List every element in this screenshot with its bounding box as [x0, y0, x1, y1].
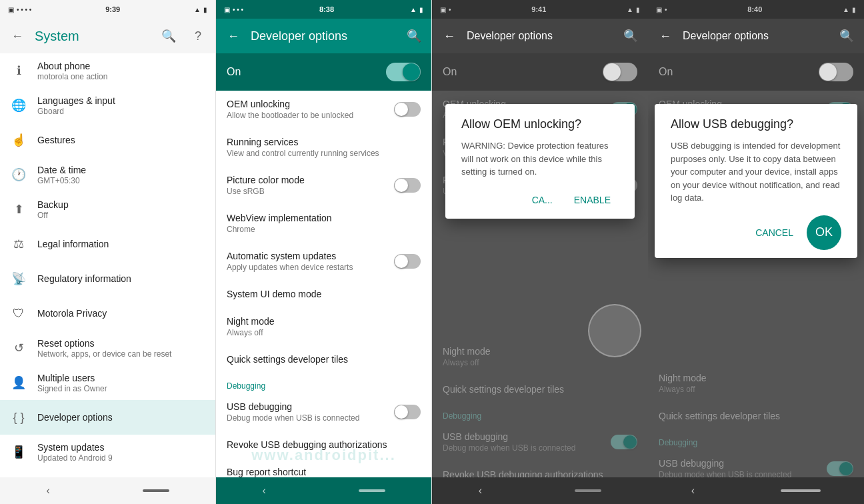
sidebar-item-users[interactable]: 👤 Multiple users Signed in as Owner — [0, 365, 215, 400]
setting-running-middle[interactable]: Running services View and control curren… — [216, 129, 431, 167]
on-row-right1[interactable]: On — [432, 53, 648, 91]
on-row-middle[interactable]: On — [216, 53, 431, 91]
nav-back-right1[interactable]: ‹ — [479, 485, 482, 497]
setting-revoke-middle[interactable]: Revoke USB debugging authorizations — [216, 431, 431, 459]
status-time-right1: 9:41 — [531, 5, 546, 13]
toolbar-right1: ← Developer options 🔍 — [432, 19, 648, 53]
setting-oem-middle[interactable]: OEM unlocking Allow the bootloader to be… — [216, 91, 431, 129]
status-icons-mid-left: ▣ • • • — [224, 6, 243, 13]
sidebar-label-about: About phone — [37, 61, 205, 71]
sidebar-item-gestures[interactable]: ☝ Gestures — [0, 123, 215, 157]
setting-uidemo-label-middle: System UI demo mode — [227, 289, 321, 299]
setting-usb-r1: USB debugging Debug mode when USB is con… — [432, 423, 648, 461]
debugging-section-r1: Debugging — [432, 403, 648, 423]
nav-back-right2[interactable]: ‹ — [691, 485, 695, 497]
search-button-left[interactable]: 🔍 — [157, 24, 181, 48]
help-button-left[interactable]: ? — [186, 24, 210, 48]
sidebar-item-datetime[interactable]: 🕐 Date & time GMT+05:30 — [0, 157, 215, 192]
status-right-icons-r1: ▲ ▮ — [627, 6, 640, 13]
nav-back-middle[interactable]: ‹ — [262, 485, 265, 497]
toolbar-title-left: System — [35, 29, 151, 44]
nav-back-left[interactable]: ‹ — [46, 485, 49, 497]
setting-usb-sub-middle: Debug mode when USB is connected — [227, 413, 359, 423]
setting-bugreport-middle[interactable]: Bug report shortcut — [216, 459, 431, 477]
sidebar-label-legal: Legal information — [37, 239, 205, 249]
search-button-right2[interactable]: 🔍 — [835, 24, 859, 48]
sidebar-item-regulatory[interactable]: 📡 Regulatory information — [0, 261, 215, 296]
sidebar-label-lang: Languages & input — [37, 95, 205, 106]
sidebar-label-privacy: Motorola Privacy — [37, 308, 205, 319]
setting-autoupdate-middle[interactable]: Automatic system updates Apply updates w… — [216, 243, 431, 281]
setting-webview-label-middle: WebView implementation — [227, 213, 331, 223]
sidebar-label-regulatory: Regulatory information — [37, 273, 205, 284]
setting-webview-middle[interactable]: WebView implementation Chrome — [216, 205, 431, 243]
setting-qs-r2: Quick settings developer tiles — [648, 403, 864, 430]
on-toggle-middle[interactable] — [386, 63, 421, 81]
legal-icon: ⚖ — [11, 236, 27, 252]
sidebar-sub-updates: Updated to Android 9 — [37, 453, 205, 463]
search-button-middle[interactable]: 🔍 — [402, 24, 426, 48]
status-time-left: 9:39 — [105, 5, 120, 13]
sidebar-item-reset[interactable]: ↺ Reset options Network, apps, or device… — [0, 331, 215, 365]
usb-toggle-middle[interactable] — [394, 405, 421, 419]
setting-revoke-r1: Revoke USB debugging authorizations — [432, 461, 648, 477]
panel-system-settings: ▣ • • • • 9:39 ▲ ▮ ← System 🔍 ? ℹ About … — [0, 0, 216, 504]
on-toggle-right2[interactable] — [819, 63, 853, 81]
setting-qs-label-r2: Quick settings developer tiles — [659, 411, 780, 421]
sidebar-item-backup[interactable]: ⬆ Backup Off — [0, 192, 215, 227]
sidebar-sub-lang: Gboard — [37, 107, 205, 116]
setting-usb-middle[interactable]: USB debugging Debug mode when USB is con… — [216, 393, 431, 431]
setting-qs-middle[interactable]: Quick settings developer tiles — [216, 346, 431, 373]
settings-scroll-middle: www.androidpit... OEM unlocking Allow th… — [216, 91, 431, 477]
setting-night-middle[interactable]: Night mode Always off — [216, 308, 431, 346]
toolbar-title-middle: Developer options — [251, 29, 397, 43]
sidebar-label-gestures: Gestures — [37, 135, 205, 145]
color-toggle-middle[interactable] — [394, 178, 421, 193]
sidebar-sub-about: motorola one action — [37, 72, 205, 81]
setting-night-sub-middle: Always off — [227, 328, 275, 337]
wifi-icon: ▲ — [194, 6, 201, 13]
setting-oem-label-middle: OEM unlocking — [227, 99, 353, 109]
backup-icon: ⬆ — [11, 201, 27, 217]
setting-usb-label-r1: USB debugging — [443, 431, 575, 442]
sidebar-item-legal[interactable]: ⚖ Legal information — [0, 227, 215, 261]
dialog-cancel-usb[interactable]: Cancel — [747, 215, 801, 250]
on-row-right2[interactable]: On — [648, 53, 864, 91]
updates-icon: 📱 — [11, 444, 27, 460]
panel-usb-dialog: ▣ • 8:40 ▲ ▮ ← Developer options 🔍 On OE… — [648, 0, 864, 504]
sidebar-label-users: Multiple users — [37, 373, 205, 383]
info-icon: ℹ — [11, 63, 27, 79]
setting-uidemo-middle[interactable]: System UI demo mode — [216, 281, 431, 308]
dialog-enable-oem[interactable]: Enable — [566, 189, 619, 211]
sidebar-item-dev-options[interactable]: { } Developer options — [0, 400, 215, 435]
setting-color-middle[interactable]: Picture color mode Use sRGB — [216, 167, 431, 205]
on-toggle-right1[interactable] — [603, 63, 637, 81]
nav-pill-right2 — [781, 489, 821, 492]
status-right-icons-r2: ▲ ▮ — [843, 6, 856, 13]
debugging-section-middle: Debugging — [216, 373, 431, 393]
back-button-middle[interactable]: ← — [221, 24, 245, 48]
sidebar-item-system-updates[interactable]: 📱 System updates Updated to Android 9 — [0, 435, 215, 469]
on-label-middle: On — [227, 66, 386, 78]
status-time-middle: 8:38 — [319, 5, 334, 13]
setting-night-label-r2: Night mode — [659, 373, 707, 383]
setting-autoupdate-label-middle: Automatic system updates — [227, 251, 353, 261]
sidebar-item-languages[interactable]: 🌐 Languages & input Gboard — [0, 88, 215, 123]
oem-toggle-middle[interactable] — [394, 102, 421, 117]
setting-night-r2: Night mode Always off — [648, 365, 864, 403]
setting-autoupdate-sub-middle: Apply updates when device restarts — [227, 263, 353, 272]
autoupdate-toggle-middle[interactable] — [394, 254, 421, 269]
sim-icon-r2: ▣ — [656, 6, 662, 13]
back-button-right2[interactable]: ← — [653, 24, 677, 48]
search-button-right1[interactable]: 🔍 — [619, 24, 643, 48]
setting-revoke-label-middle: Revoke USB debugging authorizations — [227, 439, 387, 450]
dialog-ok-usb[interactable]: OK — [807, 215, 841, 250]
dialog-cancel-oem[interactable]: Ca... — [524, 189, 561, 211]
sidebar-item-about-phone[interactable]: ℹ About phone motorola one action — [0, 53, 215, 88]
sidebar-label-dev: Developer options — [37, 412, 205, 423]
color-toggle-knob-middle — [395, 179, 408, 192]
back-button-right1[interactable]: ← — [437, 24, 461, 48]
sidebar-item-motorola-privacy[interactable]: 🛡 Motorola Privacy — [0, 296, 215, 331]
regulatory-icon: 📡 — [11, 271, 27, 287]
back-button-left[interactable]: ← — [5, 24, 29, 48]
